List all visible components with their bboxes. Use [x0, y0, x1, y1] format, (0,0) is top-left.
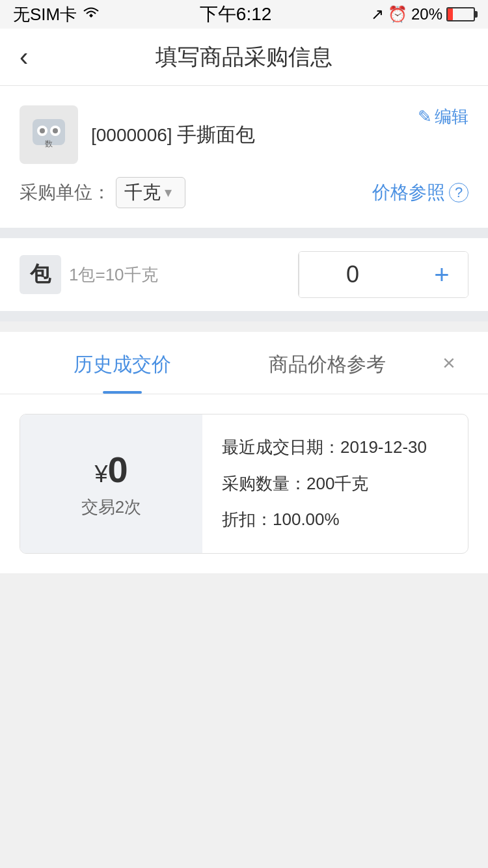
location-icon: ↗ — [371, 5, 384, 23]
back-button[interactable]: ‹ — [20, 42, 28, 72]
tab-history-price[interactable]: 历史成交价 — [20, 332, 224, 394]
status-time: 下午6:12 — [200, 2, 272, 27]
wifi-icon — [82, 5, 100, 25]
battery-icon — [446, 7, 475, 21]
unit-conversion: 1包=10千克 — [69, 264, 158, 286]
edit-button[interactable]: ✎ 编辑 — [418, 105, 468, 128]
svg-text:数: 数 — [45, 139, 53, 148]
unit-tag: 包 — [20, 255, 61, 294]
section-divider — [0, 228, 488, 238]
transaction-discount: 折扣：100.00% — [222, 506, 448, 534]
product-name: 手撕面包 — [177, 124, 255, 145]
transaction-price: ¥0 — [94, 448, 128, 491]
unit-dropdown[interactable]: 千克 ▾ — [116, 177, 185, 208]
recent-date-label: 最近成交日期： — [222, 437, 340, 457]
unit-select-wrapper: 采购单位： 千克 ▾ — [20, 177, 185, 208]
battery-percent: 20% — [411, 5, 442, 23]
transaction-price-panel: ¥0 交易2次 — [20, 414, 202, 553]
transaction-recent-date: 最近成交日期：2019-12-30 — [222, 434, 448, 461]
unit-value: 千克 — [124, 180, 161, 205]
dropdown-arrow: ▾ — [165, 184, 172, 201]
tab-product-price-reference[interactable]: 商品价格参考 — [224, 332, 429, 394]
edit-icon: ✎ — [418, 107, 432, 127]
quantity-left: 包 1包=10千克 — [20, 255, 158, 294]
product-logo: 数 — [29, 113, 68, 157]
discount-label: 折扣： — [222, 509, 273, 529]
quantity-row: 包 1包=10千克 + — [0, 238, 488, 311]
price-value: 0 — [107, 449, 128, 490]
transaction-count: 交易2次 — [81, 496, 141, 519]
svg-point-4 — [53, 128, 58, 133]
product-left: 数 [0000006] 手撕面包 — [20, 105, 255, 164]
page-title: 填写商品采购信息 — [156, 42, 332, 72]
carrier-label: 无SIM卡 — [13, 3, 77, 26]
status-left: 无SIM卡 — [13, 3, 100, 26]
svg-point-3 — [40, 128, 45, 133]
main-content: 数 [0000006] 手撕面包 ✎ 编辑 采购单位： 千克 ▾ — [0, 86, 488, 868]
product-name-wrapper: [0000006] 手撕面包 — [91, 122, 255, 148]
transaction-section: ¥0 交易2次 最近成交日期：2019-12-30 采购数量：200千克 折扣：… — [0, 394, 488, 573]
quantity-control: + — [298, 251, 468, 298]
status-right: ↗ ⏰ 20% — [371, 5, 475, 23]
edit-label: 编辑 — [435, 105, 468, 128]
price-ref-help-icon: ? — [449, 183, 468, 202]
tab-product-price-label: 商品价格参考 — [269, 353, 386, 375]
product-id: [0000006] — [91, 125, 172, 145]
section-divider-2 — [0, 311, 488, 321]
recent-date-value: 2019-12-30 — [340, 437, 427, 457]
quantity-value: 200千克 — [306, 474, 368, 493]
product-unit-row: 采购单位： 千克 ▾ 价格参照 ? — [20, 177, 468, 208]
unit-label: 采购单位： — [20, 180, 111, 205]
alarm-icon: ⏰ — [388, 5, 407, 23]
price-ref-label: 价格参照 — [372, 180, 445, 205]
transaction-quantity: 采购数量：200千克 — [222, 470, 448, 498]
transaction-detail-panel: 最近成交日期：2019-12-30 采购数量：200千克 折扣：100.00% — [202, 414, 468, 553]
transaction-card: ¥0 交易2次 最近成交日期：2019-12-30 采购数量：200千克 折扣：… — [20, 414, 468, 554]
tab-history-price-label: 历史成交价 — [74, 353, 171, 375]
status-bar: 无SIM卡 下午6:12 ↗ ⏰ 20% — [0, 0, 488, 29]
quantity-plus-button[interactable]: + — [416, 252, 468, 297]
nav-bar: ‹ 填写商品采购信息 — [0, 29, 488, 86]
close-button[interactable]: × — [429, 344, 468, 383]
bottom-sheet: 历史成交价 商品价格参考 × ¥0 交易2次 最近成交日期：2019-12-30 — [0, 332, 488, 573]
quantity-label: 采购数量： — [222, 474, 306, 493]
discount-value: 100.00% — [273, 509, 340, 529]
product-thumbnail: 数 — [20, 105, 78, 164]
quantity-input[interactable] — [299, 252, 416, 297]
product-header: 数 [0000006] 手撕面包 ✎ 编辑 — [20, 105, 468, 164]
product-card: 数 [0000006] 手撕面包 ✎ 编辑 采购单位： 千克 ▾ — [0, 86, 488, 228]
tab-bar: 历史成交价 商品价格参考 × — [0, 332, 488, 394]
price-reference-button[interactable]: 价格参照 ? — [372, 180, 468, 205]
price-symbol: ¥ — [94, 461, 107, 487]
